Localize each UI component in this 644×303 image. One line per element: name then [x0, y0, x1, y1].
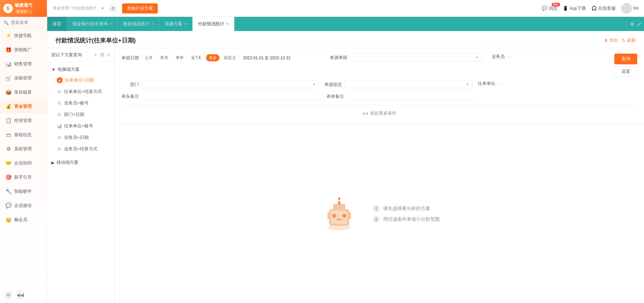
- capital-icon: 💰: [5, 103, 11, 110]
- tab-bank-flow-close[interactable]: ×: [110, 22, 112, 26]
- collapse-panel-btn[interactable]: «: [107, 52, 110, 58]
- scheme-staff-account[interactable]: ⊞ 业务员+账号: [47, 97, 114, 109]
- tab-payment-stat-label: 付款情况统计: [198, 21, 224, 27]
- dept-label: 部门: [121, 82, 139, 88]
- sidebar-item-guide[interactable]: 🎯 新手引导: [0, 170, 47, 184]
- topbar-dropdown-icon[interactable]: ▼: [100, 6, 105, 11]
- sidebar-item-system[interactable]: ⚙ 系统管理: [0, 142, 47, 156]
- dept-control: ▼: [142, 81, 319, 88]
- filter-area: 单据日期 上月 本月 本年 近7天 更多 自定义: [115, 48, 644, 125]
- std-label: 标准版: [15, 9, 32, 14]
- content-layout: 按以下方案查询 + ⚙ « ▼ 电脑端方案 ● 往来单位+日期 ⊞: [47, 48, 644, 303]
- sidebar-item-wechat[interactable]: 💬 企业微信: [0, 199, 47, 213]
- empty-illustration: [319, 194, 359, 234]
- query-button[interactable]: 查询: [614, 54, 637, 64]
- refresh-btn[interactable]: ↻ 刷新: [622, 37, 636, 43]
- sidebar-item-quick-nav[interactable]: ⚡ 快捷导航: [0, 29, 47, 43]
- sidebar-item-label: 库存核算: [14, 89, 32, 95]
- scheme-unit-settle-label: 往来单位+结算方式: [64, 89, 102, 95]
- table-icon-3: ⊞: [57, 112, 62, 117]
- status-select[interactable]: ▼: [345, 81, 472, 88]
- sidebar-item-sales[interactable]: 📊 销售管理: [0, 57, 47, 71]
- filter-date-item: 单据日期 上月 本月 本年 近7天 更多 自定义: [121, 54, 324, 62]
- scheme-unit-account[interactable]: 📊 往来单位+账号: [47, 120, 114, 132]
- wechat-icon: 💬: [5, 203, 11, 209]
- online-service-btn[interactable]: 🎧 在线客服: [591, 5, 616, 11]
- filter-header-note-item: 表头备注: [121, 92, 321, 100]
- sidebar-item-inventory[interactable]: 📦 库存核算: [0, 85, 47, 99]
- tab-expand-btn[interactable]: ⤢: [637, 21, 641, 27]
- scheme-dept-date[interactable]: ⊞ 部门+日期: [47, 109, 114, 120]
- search-menu[interactable]: 🔍 搜索菜单: [0, 17, 47, 29]
- mobile-group-header[interactable]: ▶ 移动端方案: [51, 159, 110, 165]
- salesman-dots-btn[interactable]: ···: [507, 54, 513, 60]
- sidebar-item-label: 智能硬件: [14, 188, 32, 194]
- marketing-icon: 🎁: [5, 47, 11, 53]
- date-btn-7days[interactable]: 近7天: [188, 54, 205, 62]
- mobile-scheme-group: ▶ 移动端方案: [47, 157, 114, 168]
- sidebar-item-label: 企业协同: [14, 160, 32, 166]
- guide-icon: 🎯: [5, 174, 11, 180]
- collapse-filter-btn[interactable]: ∧∧ 收起更多条件: [121, 108, 637, 119]
- status-control: ▼: [345, 81, 472, 88]
- header-note-input[interactable]: [142, 92, 321, 100]
- filter-settings-button[interactable]: 设置: [614, 66, 637, 77]
- tab-close-all-btn[interactable]: ✕: [630, 21, 634, 27]
- tab-home[interactable]: 首页: [47, 17, 67, 31]
- tabs-right-controls: ✕ ⤢: [627, 17, 644, 31]
- tab-receipt-stat[interactable]: 收款情况统计 ×: [118, 17, 159, 31]
- scheme-unit-date[interactable]: ● 往来单位+日期: [47, 74, 114, 86]
- body-note-input[interactable]: [347, 92, 476, 100]
- filter-row-1: 单据日期 上月 本月 本年 近7天 更多 自定义: [121, 54, 637, 77]
- topbar-gear-btn[interactable]: ⚙: [109, 4, 118, 13]
- scheme-staff-date-label: 业务员+日期: [64, 134, 89, 141]
- tab-receipt-close[interactable]: ×: [151, 22, 154, 26]
- sidebar-item-marketing[interactable]: 🎁 营销推广: [0, 43, 47, 57]
- tab-new-scheme-close[interactable]: ×: [184, 22, 187, 26]
- tab-bank-flow[interactable]: 现金银行流水查询 ×: [67, 17, 118, 31]
- source-select[interactable]: ▼: [350, 54, 482, 61]
- add-scheme-btn[interactable]: +: [94, 52, 97, 58]
- sidebar-item-label: 经营管理: [14, 118, 32, 124]
- user-name: Rit: [633, 6, 639, 11]
- dept-select[interactable]: ▼: [142, 81, 319, 88]
- sidebar-item-hardware[interactable]: 🔧 智能硬件: [0, 184, 47, 199]
- export-btn[interactable]: ⬆ 导出: [604, 37, 618, 43]
- tab-new-scheme-label: 新建方案: [165, 21, 182, 27]
- date-btn-custom[interactable]: 自定义: [221, 54, 239, 62]
- sidebar-item-capital[interactable]: 💰 资金管理: [0, 99, 47, 114]
- left-panel: 按以下方案查询 + ⚙ « ▼ 电脑端方案 ● 往来单位+日期 ⊞: [47, 48, 115, 303]
- app-download-btn[interactable]: 📱 App下载: [563, 5, 586, 11]
- sidebar-item-label: 销售管理: [14, 61, 32, 67]
- pc-group-header[interactable]: ▼ 电脑端方案: [47, 64, 114, 74]
- tab-payment-close[interactable]: ×: [226, 22, 229, 26]
- export-icon: ⬆: [604, 38, 608, 43]
- sidebar-item-enterprise[interactable]: 🤝 企业协同: [0, 156, 47, 170]
- scheme-staff-date[interactable]: ⊞ 业务员+日期: [47, 132, 114, 143]
- scheme-staff-settle[interactable]: ⊞ 业务员+结算方式: [47, 143, 114, 155]
- partner-dots-btn[interactable]: ···: [498, 81, 503, 87]
- sidebar-item-label: 营销推广: [14, 47, 32, 53]
- scheme-unit-settle[interactable]: ⊞ 往来单位+结算方式: [47, 86, 114, 97]
- sidebar-item-member[interactable]: 👑 畅会员: [0, 213, 47, 227]
- filter-salesman-item: 业务员 ···: [487, 54, 609, 60]
- date-btn-more[interactable]: 更多: [206, 54, 219, 61]
- collapse-sidebar-btn[interactable]: ◀◀: [16, 290, 25, 300]
- sidebar-item-purchase[interactable]: 🛒 采购管理: [0, 71, 47, 85]
- tab-payment-stat[interactable]: 付款情况统计 ×: [193, 17, 234, 31]
- settings-footer-btn[interactable]: ⚙: [3, 290, 13, 300]
- header-note-control: [142, 92, 321, 100]
- sidebar-item-basic-info[interactable]: 🗃 基础信息: [0, 128, 47, 142]
- date-btn-last-month[interactable]: 上月: [142, 54, 156, 62]
- sidebar-item-operation[interactable]: 📋 经营管理: [0, 114, 47, 128]
- svg-rect-6: [327, 212, 330, 219]
- date-btn-this-year[interactable]: 本年: [173, 54, 187, 62]
- messages-btn[interactable]: 💬 消息 99+: [542, 5, 557, 11]
- scheme-settings-btn[interactable]: ⚙: [100, 52, 105, 58]
- tab-new-scheme[interactable]: 新建方案 ×: [159, 17, 193, 31]
- export-label: 导出: [609, 37, 618, 43]
- date-btn-this-month[interactable]: 本月: [157, 54, 171, 62]
- scheme-unit-account-label: 往来单位+账号: [64, 123, 93, 129]
- try-industry-btn[interactable]: 体验行业方案: [122, 3, 158, 13]
- user-profile-btn[interactable]: Rit: [621, 3, 639, 14]
